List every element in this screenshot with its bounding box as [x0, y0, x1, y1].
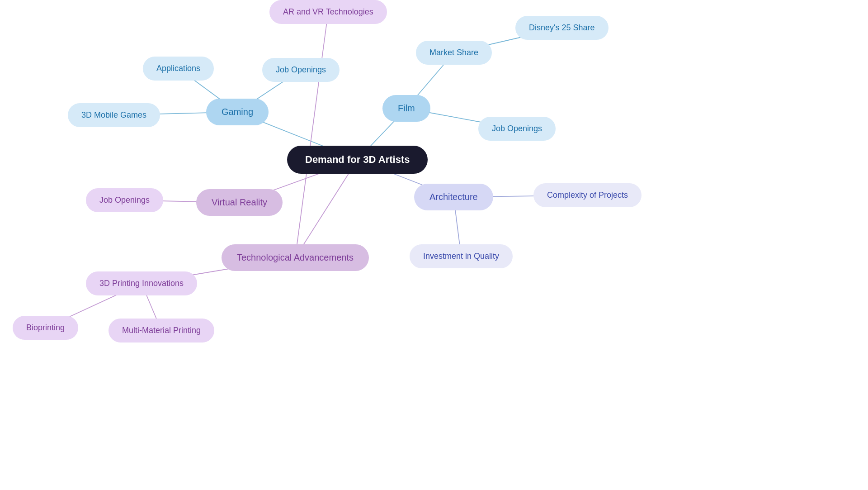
disneys-share-label: Disney's 25 Share [529, 23, 595, 33]
multi-material-label: Multi-Material Printing [122, 326, 201, 335]
center-label: Demand for 3D Artists [305, 154, 410, 166]
virtual-reality-node[interactable]: Virtual Reality [196, 189, 283, 216]
tech-advancements-label: Technological Advancements [237, 252, 354, 263]
job-openings-gaming-label: Job Openings [276, 65, 326, 75]
complexity-node[interactable]: Complexity of Projects [533, 183, 642, 207]
ar-vr-node[interactable]: AR and VR Technologies [269, 0, 387, 24]
printing-innovations-label: 3D Printing Innovations [99, 279, 184, 288]
job-openings-vr-label: Job Openings [99, 195, 150, 205]
multi-material-node[interactable]: Multi-Material Printing [108, 319, 214, 343]
virtual-reality-label: Virtual Reality [212, 197, 267, 208]
job-openings-film-node[interactable]: Job Openings [478, 117, 556, 141]
job-openings-vr-node[interactable]: Job Openings [86, 188, 163, 212]
gaming-label: Gaming [222, 107, 253, 117]
mobile-games-node[interactable]: 3D Mobile Games [68, 103, 160, 127]
film-label: Film [398, 103, 415, 114]
disneys-share-node[interactable]: Disney's 25 Share [515, 16, 609, 40]
bioprinting-label: Bioprinting [26, 323, 65, 333]
market-share-node[interactable]: Market Share [416, 41, 492, 65]
tech-advancements-node[interactable]: Technological Advancements [222, 244, 369, 271]
architecture-label: Architecture [429, 192, 478, 202]
ar-vr-label: AR and VR Technologies [283, 7, 373, 17]
bioprinting-node[interactable]: Bioprinting [13, 316, 78, 340]
printing-innovations-node[interactable]: 3D Printing Innovations [86, 271, 197, 295]
job-openings-film-label: Job Openings [492, 124, 542, 133]
center-node[interactable]: Demand for 3D Artists [287, 146, 428, 174]
gaming-node[interactable]: Gaming [206, 99, 269, 125]
svg-line-3 [295, 160, 358, 258]
mobile-games-label: 3D Mobile Games [81, 110, 146, 120]
complexity-label: Complexity of Projects [547, 190, 628, 200]
market-share-label: Market Share [429, 48, 478, 57]
architecture-node[interactable]: Architecture [414, 184, 493, 210]
applications-label: Applications [156, 64, 200, 73]
investment-node[interactable]: Investment in Quality [410, 244, 513, 268]
film-node[interactable]: Film [382, 95, 430, 122]
svg-line-13 [295, 12, 328, 258]
investment-label: Investment in Quality [423, 252, 499, 261]
job-openings-gaming-node[interactable]: Job Openings [262, 58, 340, 82]
applications-node[interactable]: Applications [143, 57, 214, 81]
